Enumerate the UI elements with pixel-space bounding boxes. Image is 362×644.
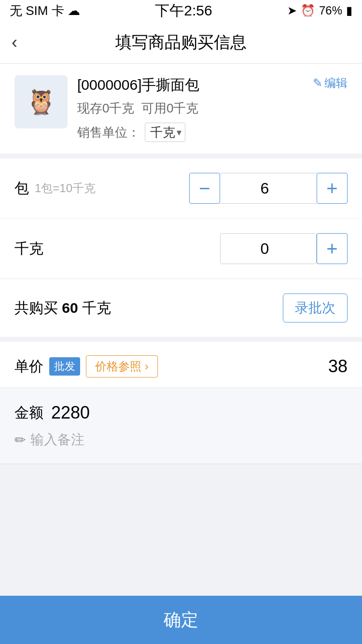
price-label: 单价 [14,357,43,377]
product-stock: 现存0千克 可用0千克 [77,100,348,117]
amount-row: 金额 2280 [14,403,348,423]
price-tag: 批发 [49,357,80,376]
price-row: 单价 批发 价格参照 › 38 [14,355,348,378]
quantity-section-bao: 包 1包=10千克 − + 千克 + [0,158,362,279]
amount-section: 金额 2280 ✏ 输入备注 [0,388,362,464]
quantity-row-bao: 包 1包=10千克 − + [0,158,362,219]
status-time: 下午2:56 [155,1,212,21]
status-right: ➤ ⏰ 76% ▮ [287,4,352,17]
price-ref-button[interactable]: 价格参照 › [86,355,158,378]
price-section: 单价 批发 价格参照 › 38 [0,342,362,388]
quantity-kg-input[interactable] [220,233,317,264]
quantity-label-bao: 包 1包=10千克 [14,179,189,198]
battery-icon: ▮ [346,4,352,17]
price-value: 38 [328,356,348,377]
unit-label: 销售单位： [77,124,140,141]
edit-icon: ✎ [313,76,322,90]
product-unit-row: 销售单位： 千克 [77,123,348,142]
product-image: 🦉 [14,75,68,128]
amount-value: 2280 [51,403,90,423]
confirm-bar[interactable]: 确定 [0,596,362,644]
product-card: 🦉 [0000006]手撕面包 ✎ 编辑 现存0千克 可用0千克 销售单位： 千… [0,64,362,158]
product-name: [0000006]手撕面包 [77,75,199,95]
pencil-icon: ✏ [14,432,26,448]
decrease-bao-button[interactable]: − [189,173,220,204]
location-icon: ➤ [287,4,297,17]
edit-button[interactable]: ✎ 编辑 [313,75,348,91]
nav-bar: ‹ 填写商品购买信息 [0,21,362,64]
unit-select[interactable]: 千克 [145,123,185,142]
product-name-row: [0000006]手撕面包 ✎ 编辑 [77,75,348,95]
page-title: 填写商品购买信息 [115,31,247,54]
product-owl-icon: 🦉 [26,88,56,116]
remark-row[interactable]: ✏ 输入备注 [14,431,348,449]
product-info: [0000006]手撕面包 ✎ 编辑 现存0千克 可用0千克 销售单位： 千克 [77,75,348,142]
sim-status: 无 SIM 卡 ☁ [10,2,80,19]
batch-button[interactable]: 录批次 [283,294,348,322]
status-bar: 无 SIM 卡 ☁ 下午2:56 ➤ ⏰ 76% ▮ [0,0,362,21]
back-button[interactable]: ‹ [12,32,17,53]
quantity-sublabel-bao: 1包=10千克 [35,181,96,196]
empty-area [0,464,362,609]
unit-select-wrapper[interactable]: 千克 [145,123,185,142]
increase-kg-button[interactable]: + [317,233,348,264]
remark-placeholder: 输入备注 [30,431,84,449]
quantity-control-kg: + [220,233,348,264]
quantity-bao-input[interactable] [220,173,317,204]
status-left: 无 SIM 卡 ☁ [10,2,80,19]
quantity-row-kg: 千克 + [0,219,362,279]
battery-level: 76% [319,4,342,17]
increase-bao-button[interactable]: + [317,173,348,204]
quantity-label-kg: 千克 [14,239,220,259]
total-text: 共购买 60 千克 [14,298,111,318]
alarm-icon: ⏰ [301,4,315,17]
price-left: 单价 批发 价格参照 › [14,355,158,378]
quantity-control-bao: − + [189,173,348,204]
total-row: 共购买 60 千克 录批次 [0,279,362,342]
confirm-text: 确定 [164,608,198,632]
amount-label: 金额 [14,403,43,423]
